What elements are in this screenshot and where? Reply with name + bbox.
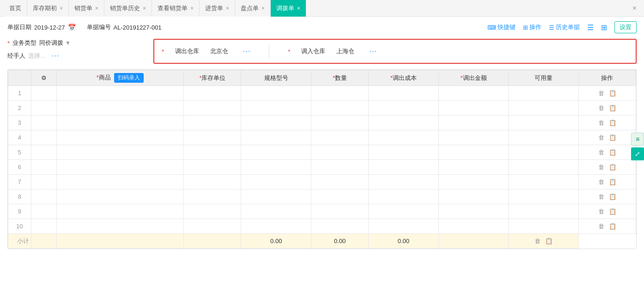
row-spec[interactable]: [241, 189, 311, 204]
float-list-button[interactable]: ≡: [631, 133, 644, 146]
row-goods[interactable]: [56, 219, 184, 234]
row-amount[interactable]: [438, 204, 509, 219]
row-unit[interactable]: [184, 145, 241, 160]
tab-close-icon[interactable]: ×: [143, 5, 146, 12]
row-avail[interactable]: [509, 175, 579, 189]
copy-icon[interactable]: 📋: [609, 178, 616, 185]
row-amount[interactable]: [438, 101, 509, 116]
delete-icon[interactable]: 🗑: [535, 238, 541, 244]
row-avail[interactable]: [509, 189, 579, 204]
target-more-icon[interactable]: ···: [369, 47, 377, 55]
row-avail[interactable]: [509, 204, 579, 219]
row-spec[interactable]: [241, 219, 311, 234]
row-qty[interactable]: [311, 204, 369, 219]
biz-type-select[interactable]: 同价调拨 ▼: [39, 39, 71, 47]
delete-icon[interactable]: 🗑: [598, 119, 604, 126]
row-spec[interactable]: [241, 175, 311, 189]
copy-icon[interactable]: 📋: [609, 104, 616, 111]
row-amount[interactable]: [438, 86, 509, 101]
row-spec[interactable]: [241, 160, 311, 175]
row-unit[interactable]: [184, 219, 241, 234]
tab-sales-history[interactable]: 销货单历史 ×: [104, 0, 152, 17]
copy-icon[interactable]: 📋: [545, 238, 553, 244]
row-unit[interactable]: [184, 204, 241, 219]
row-amount[interactable]: [438, 219, 509, 234]
float-expand-button[interactable]: ⤢: [631, 147, 644, 160]
settings-icon[interactable]: ⚙: [41, 74, 47, 81]
tab-close-icon[interactable]: ×: [190, 5, 194, 12]
delete-icon[interactable]: 🗑: [598, 134, 604, 141]
row-amount[interactable]: [438, 175, 509, 189]
layout-icon-1[interactable]: ☰: [587, 23, 594, 32]
row-goods[interactable]: [56, 204, 184, 219]
row-unit[interactable]: [184, 86, 241, 101]
row-qty[interactable]: [311, 160, 369, 175]
source-more-icon[interactable]: ···: [243, 47, 250, 55]
row-goods[interactable]: [56, 116, 184, 130]
row-qty[interactable]: [311, 86, 369, 101]
row-qty[interactable]: [311, 130, 369, 145]
row-spec[interactable]: [241, 101, 311, 116]
settings-button[interactable]: 设置: [614, 21, 637, 33]
row-spec[interactable]: [241, 145, 311, 160]
row-spec[interactable]: [241, 116, 311, 130]
row-goods[interactable]: [56, 145, 184, 160]
copy-icon[interactable]: 📋: [609, 134, 616, 141]
tab-close-icon[interactable]: ×: [95, 5, 98, 12]
row-cost[interactable]: [369, 101, 439, 116]
row-avail[interactable]: [509, 116, 579, 130]
row-cost[interactable]: [369, 116, 439, 130]
tab-sales[interactable]: 销货单 ×: [69, 0, 104, 17]
delete-icon[interactable]: 🗑: [598, 149, 604, 156]
copy-icon[interactable]: 📋: [609, 193, 616, 200]
row-avail[interactable]: [509, 86, 579, 101]
tab-close-icon[interactable]: ×: [261, 5, 265, 12]
row-amount[interactable]: [438, 116, 509, 130]
row-goods[interactable]: [56, 130, 184, 145]
row-cost[interactable]: [369, 86, 439, 101]
layout-icon-2[interactable]: ⊞: [601, 23, 607, 32]
row-unit[interactable]: [184, 160, 241, 175]
row-qty[interactable]: [311, 219, 369, 234]
row-goods[interactable]: [56, 175, 184, 189]
delete-icon[interactable]: 🗑: [598, 193, 604, 200]
row-qty[interactable]: [311, 116, 369, 130]
row-cost[interactable]: [369, 204, 439, 219]
row-goods[interactable]: [56, 160, 184, 175]
row-avail[interactable]: [509, 219, 579, 234]
row-spec[interactable]: [241, 204, 311, 219]
row-unit[interactable]: [184, 175, 241, 189]
row-unit[interactable]: [184, 130, 241, 145]
delete-icon[interactable]: 🗑: [598, 223, 604, 230]
row-amount[interactable]: [438, 189, 509, 204]
tab-close-icon[interactable]: ×: [226, 5, 229, 12]
scan-button[interactable]: 扫码录入: [114, 73, 144, 83]
handler-more-icon[interactable]: ···: [52, 52, 59, 60]
tab-home[interactable]: 首页: [4, 0, 27, 17]
tab-inventory-init[interactable]: 库存期初 ×: [27, 0, 69, 17]
row-cost[interactable]: [369, 145, 439, 160]
operations-link[interactable]: ⊞ 操作: [523, 23, 541, 31]
row-avail[interactable]: [509, 145, 579, 160]
row-cost[interactable]: [369, 189, 439, 204]
row-amount[interactable]: [438, 160, 509, 175]
copy-icon[interactable]: 📋: [609, 90, 616, 97]
row-cost[interactable]: [369, 219, 439, 234]
window-close-button[interactable]: ×: [629, 4, 640, 12]
copy-icon[interactable]: 📋: [609, 149, 616, 156]
row-spec[interactable]: [241, 130, 311, 145]
tab-purchase[interactable]: 进货单 ×: [200, 0, 235, 17]
copy-icon[interactable]: 📋: [609, 119, 616, 126]
delete-icon[interactable]: 🗑: [598, 90, 604, 97]
copy-icon[interactable]: 📋: [609, 164, 616, 171]
row-qty[interactable]: [311, 175, 369, 189]
calendar-icon[interactable]: 📅: [68, 24, 76, 31]
row-cost[interactable]: [369, 130, 439, 145]
row-unit[interactable]: [184, 101, 241, 116]
row-cost[interactable]: [369, 160, 439, 175]
tab-view-sales[interactable]: 查看销货单 ×: [152, 0, 200, 17]
tab-close-icon[interactable]: ×: [297, 5, 300, 12]
delete-icon[interactable]: 🗑: [598, 104, 604, 111]
copy-icon[interactable]: 📋: [609, 223, 616, 230]
delete-icon[interactable]: 🗑: [598, 178, 604, 185]
